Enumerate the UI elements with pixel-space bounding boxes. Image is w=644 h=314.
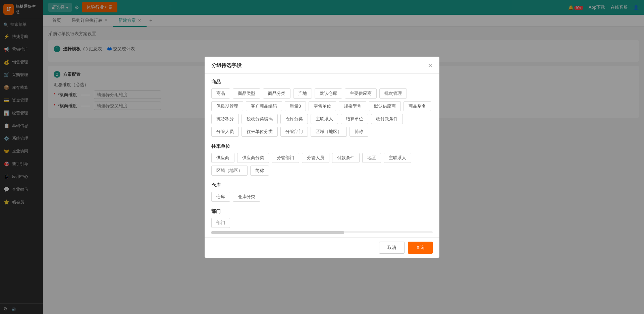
field-tag[interactable]: 商品 [211, 88, 230, 99]
field-tag[interactable]: 简称 [350, 127, 368, 137]
scrollbar-thumb [211, 231, 344, 234]
field-tag[interactable]: 分管部门 [272, 153, 299, 163]
modal-close-btn[interactable]: ✕ [428, 62, 433, 69]
field-tag[interactable]: 区域（地区） [311, 127, 347, 137]
confirm-button[interactable]: 查询 [408, 242, 433, 254]
modal-body: 商品商品商品类型商品分类产地默认仓库主要供应商批次管理保质期管理客户商品编码重量… [205, 74, 439, 231]
field-tag[interactable]: 仓库分类 [233, 192, 260, 202]
modal-header: 分组待选字段 ✕ [205, 57, 439, 74]
field-tag[interactable]: 拣货积分 [211, 114, 239, 124]
section-title-goods: 商品 [211, 79, 433, 85]
field-tag[interactable]: 区域（地区） [211, 166, 248, 176]
field-tag[interactable]: 收付款条件 [371, 114, 403, 124]
field-tag[interactable]: 商品别名 [404, 101, 431, 111]
field-tag[interactable]: 主联系人 [311, 114, 338, 124]
field-tag[interactable]: 供应商分类 [237, 153, 269, 163]
field-tag[interactable]: 往来单位分类 [241, 127, 278, 137]
field-section-goods: 商品商品商品类型商品分类产地默认仓库主要供应商批次管理保质期管理客户商品编码重量… [211, 79, 433, 137]
field-tag[interactable]: 批次管理 [379, 88, 407, 99]
modal-overlay: 分组待选字段 ✕ 商品商品商品类型商品分类产地默认仓库主要供应商批次管理保质期管… [0, 0, 644, 314]
cancel-button[interactable]: 取消 [379, 242, 405, 254]
field-section-department: 部门部门 [211, 208, 433, 228]
field-tags-counterpart: 供应商供应商分类分管部门分管人员付款条件地区主联系人区域（地区）简称 [211, 153, 433, 176]
section-title-counterpart: 往来单位 [211, 143, 433, 149]
field-tag[interactable]: 规格型号 [339, 101, 366, 111]
field-tag[interactable]: 默认仓库 [315, 88, 342, 99]
field-tag[interactable]: 结算单位 [341, 114, 368, 124]
field-tag[interactable]: 供应商 [211, 153, 234, 163]
field-tags-goods: 商品商品类型商品分类产地默认仓库主要供应商批次管理保质期管理客户商品编码重量3零… [211, 88, 433, 137]
field-tag[interactable]: 产地 [293, 88, 312, 99]
field-tag[interactable]: 仓库分类 [280, 114, 308, 124]
field-tag[interactable]: 仓库 [211, 192, 230, 202]
field-tag[interactable]: 客户商品编码 [246, 101, 282, 111]
section-title-department: 部门 [211, 208, 433, 214]
field-tag[interactable]: 部门 [211, 218, 230, 228]
field-tag[interactable]: 保质期管理 [211, 101, 243, 111]
field-tags-warehouse: 仓库仓库分类 [211, 192, 433, 202]
modal-footer: 取消 查询 [205, 237, 439, 258]
field-section-warehouse: 仓库仓库仓库分类 [211, 182, 433, 202]
field-tag[interactable]: 商品类型 [233, 88, 260, 99]
modal-title: 分组待选字段 [211, 62, 241, 69]
modal-horizontal-scrollbar[interactable] [211, 231, 433, 233]
field-tag[interactable]: 商品分类 [263, 88, 290, 99]
field-tag[interactable]: 分管人员 [211, 127, 239, 137]
field-tag[interactable]: 主联系人 [384, 153, 411, 163]
field-selection-modal: 分组待选字段 ✕ 商品商品商品类型商品分类产地默认仓库主要供应商批次管理保质期管… [205, 57, 439, 258]
field-tag[interactable]: 默认供应商 [369, 101, 401, 111]
field-tag[interactable]: 重量3 [285, 101, 306, 111]
field-tag[interactable]: 分管部门 [280, 127, 308, 137]
section-title-warehouse: 仓库 [211, 182, 433, 188]
field-tag[interactable]: 分管人员 [302, 153, 329, 163]
field-tag[interactable]: 税收分类编码 [241, 114, 278, 124]
field-tag[interactable]: 简称 [250, 166, 269, 176]
field-section-counterpart: 往来单位供应商供应商分类分管部门分管人员付款条件地区主联系人区域（地区）简称 [211, 143, 433, 176]
field-tag[interactable]: 主要供应商 [345, 88, 377, 99]
field-tag[interactable]: 零售单位 [309, 101, 336, 111]
field-tag[interactable]: 地区 [362, 153, 381, 163]
field-tag[interactable]: 付款条件 [332, 153, 360, 163]
field-tags-department: 部门 [211, 218, 433, 228]
